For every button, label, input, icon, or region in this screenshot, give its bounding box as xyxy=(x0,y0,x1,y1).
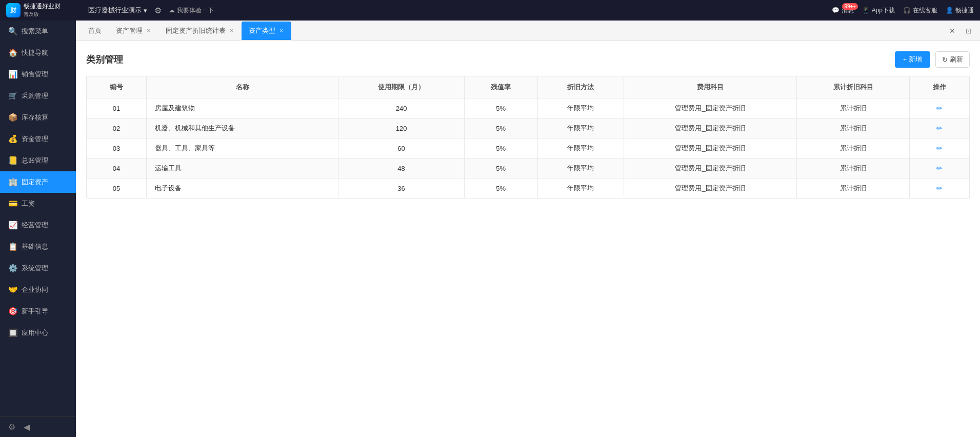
table-row: 01 房屋及建筑物 240 5% 年限平均 管理费用_固定资产折旧 累计折旧 ✏ xyxy=(87,98,970,118)
edit-icon[interactable]: ✏ xyxy=(936,184,943,192)
guide-icon: 🎯 xyxy=(8,307,17,316)
inventory-icon: 📦 xyxy=(8,113,17,122)
tab-depreciation-table[interactable]: 固定资产折旧统计表 × xyxy=(158,22,242,40)
tab-asset-type[interactable]: 资产类型 × xyxy=(242,22,291,40)
tab-right-actions: ✕ ⊡ xyxy=(946,25,975,37)
base-info-icon: 📋 xyxy=(8,242,17,251)
new-button[interactable]: + 新增 xyxy=(895,51,930,68)
cell-name: 房屋及建筑物 xyxy=(146,98,338,118)
sidebar-item-search[interactable]: 🔍 搜索菜单 xyxy=(0,21,76,42)
experience-button[interactable]: ☁ 我要体验一下 xyxy=(169,6,214,15)
table-header: 编号 名称 使用期限（月） 残值率 折旧方法 费用科目 累计折旧科目 操作 xyxy=(87,76,970,98)
system-icon: ⚙️ xyxy=(8,264,17,273)
cell-depreciation-method: 年限平均 xyxy=(537,138,624,158)
sidebar-item-apps[interactable]: 🔲 应用中心 xyxy=(0,322,76,344)
logo-sub: 普及版 xyxy=(24,11,61,18)
sidebar-item-purchase[interactable]: 🛒 采购管理 xyxy=(0,85,76,107)
topbar: 财 畅捷通好业财 普及版 医疗器械行业演示 ▾ ⚙ ☁ 我要体验一下 💬 消息 … xyxy=(0,0,980,21)
capital-icon: 💰 xyxy=(8,134,17,144)
tab-asset-management[interactable]: 资产管理 × xyxy=(109,22,158,40)
cell-name: 电子设备 xyxy=(146,178,338,198)
cell-name: 器具、工具、家具等 xyxy=(146,138,338,158)
sidebar-item-inventory[interactable]: 📦 库存核算 xyxy=(0,107,76,128)
col-id: 编号 xyxy=(87,76,147,98)
sidebar-bottom: ⚙ ◀ xyxy=(0,416,76,437)
refresh-button[interactable]: ↻ 刷新 xyxy=(935,51,970,68)
refresh-icon: ↻ xyxy=(942,56,948,64)
edit-icon[interactable]: ✏ xyxy=(936,144,943,152)
sidebar-item-ledger[interactable]: 📒 总账管理 xyxy=(0,150,76,171)
sidebar-item-sales[interactable]: 📊 销售管理 xyxy=(0,64,76,85)
cell-operations: ✏ xyxy=(910,138,970,158)
notification-icon: 💬 xyxy=(832,7,839,14)
cell-residual-rate: 5% xyxy=(464,98,537,118)
page-header: 类别管理 + 新增 ↻ 刷新 xyxy=(86,51,970,68)
col-depreciation-method: 折旧方法 xyxy=(537,76,624,98)
table-row: 04 运输工具 48 5% 年限平均 管理费用_固定资产折旧 累计折旧 ✏ xyxy=(87,158,970,178)
customer-service-button[interactable]: 🎧 在线客服 xyxy=(903,6,937,15)
company-selector[interactable]: 医疗器械行业演示 ▾ xyxy=(88,6,147,15)
company-settings-icon[interactable]: ⚙ xyxy=(151,6,165,15)
tab-depreciation-table-close[interactable]: × xyxy=(229,26,234,35)
cell-depreciation-method: 年限平均 xyxy=(537,118,624,138)
cell-name: 运输工具 xyxy=(146,158,338,178)
apps-icon: 🔲 xyxy=(8,328,17,337)
salary-icon: 💳 xyxy=(8,199,17,208)
cell-months: 120 xyxy=(338,118,465,138)
cell-residual-rate: 5% xyxy=(464,118,537,138)
cell-operations: ✏ xyxy=(910,98,970,118)
maximize-tab-button[interactable]: ⊡ xyxy=(963,25,975,37)
logo-icon: 财 xyxy=(6,3,21,17)
cell-id: 02 xyxy=(87,118,147,138)
tab-home[interactable]: 首页 xyxy=(81,22,109,40)
cell-residual-rate: 5% xyxy=(464,158,537,178)
cell-depreciation-method: 年限平均 xyxy=(537,178,624,198)
tab-asset-type-label: 资产类型 xyxy=(249,26,275,35)
page-title: 类别管理 xyxy=(86,53,123,66)
cell-accumulated-depreciation: 累计折旧 xyxy=(797,118,910,138)
sidebar-item-quicknav[interactable]: 🏠 快捷导航 xyxy=(0,42,76,64)
logo-name: 畅捷通好业财 xyxy=(24,3,61,11)
sidebar-item-label: 企业协同 xyxy=(22,285,48,294)
sidebar-item-fixed-assets[interactable]: 🏢 固定资产 xyxy=(0,171,76,193)
cell-months: 48 xyxy=(338,158,465,178)
sidebar-item-label: 应用中心 xyxy=(22,328,48,337)
cell-depreciation-method: 年限平均 xyxy=(537,98,624,118)
tab-asset-management-close[interactable]: × xyxy=(146,26,151,35)
user-menu[interactable]: 👤 畅捷通 xyxy=(946,6,974,15)
cell-accumulated-depreciation: 累计折旧 xyxy=(797,158,910,178)
cell-months: 60 xyxy=(338,138,465,158)
close-tab-button[interactable]: ✕ xyxy=(946,25,958,37)
sidebar-item-label: 工资 xyxy=(22,199,35,208)
sidebar-item-system[interactable]: ⚙️ 系统管理 xyxy=(0,257,76,279)
user-avatar-icon: 👤 xyxy=(946,7,953,14)
cell-residual-rate: 5% xyxy=(464,138,537,158)
sidebar-item-label: 采购管理 xyxy=(22,91,48,101)
sidebar-item-operations[interactable]: 📈 经营管理 xyxy=(0,214,76,236)
cloud-icon: ☁ xyxy=(169,7,175,14)
col-operations: 操作 xyxy=(910,76,970,98)
edit-icon[interactable]: ✏ xyxy=(936,104,943,112)
tab-depreciation-table-label: 固定资产折旧统计表 xyxy=(166,26,226,35)
sidebar-item-label: 销售管理 xyxy=(22,70,48,79)
sidebar-item-salary[interactable]: 💳 工资 xyxy=(0,193,76,214)
notification-badge: 99++ xyxy=(842,3,857,10)
cell-expense-subject: 管理费用_固定资产折旧 xyxy=(624,138,796,158)
sidebar-item-base-info[interactable]: 📋 基础信息 xyxy=(0,236,76,257)
collapse-sidebar-icon[interactable]: ◀ xyxy=(24,422,30,432)
cell-accumulated-depreciation: 累计折旧 xyxy=(797,178,910,198)
sidebar-item-capital[interactable]: 💰 资金管理 xyxy=(0,128,76,150)
sidebar-item-enterprise[interactable]: 🤝 企业协同 xyxy=(0,279,76,301)
home-icon: 🏠 xyxy=(8,48,17,57)
sidebar-item-label: 经营管理 xyxy=(22,221,48,230)
edit-icon[interactable]: ✏ xyxy=(936,124,943,132)
sidebar-item-label: 新手引导 xyxy=(22,307,48,316)
app-download-button[interactable]: 📱 App下载 xyxy=(862,6,895,15)
sidebar-item-guide[interactable]: 🎯 新手引导 xyxy=(0,301,76,322)
table-row: 05 电子设备 36 5% 年限平均 管理费用_固定资产折旧 累计折旧 ✏ xyxy=(87,178,970,198)
tab-asset-type-close[interactable]: × xyxy=(278,26,284,35)
settings-bottom-icon[interactable]: ⚙ xyxy=(8,422,15,432)
notifications-button[interactable]: 💬 消息 99++ xyxy=(832,6,854,15)
page-actions: + 新增 ↻ 刷新 xyxy=(895,51,970,68)
edit-icon[interactable]: ✏ xyxy=(936,164,943,172)
